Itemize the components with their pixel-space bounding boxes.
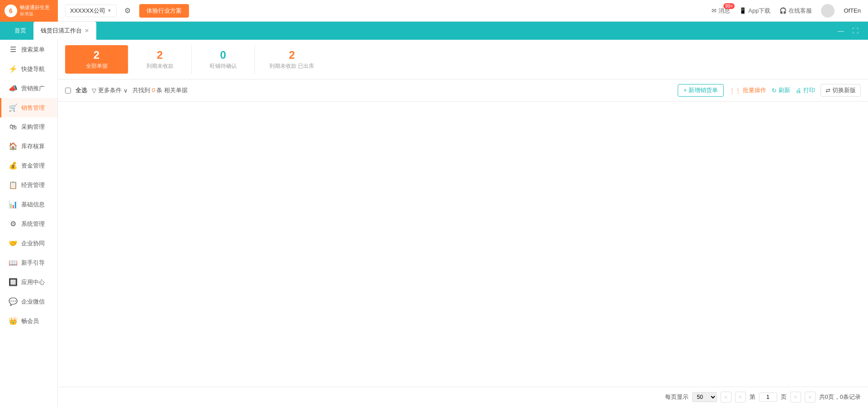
- sidebar-label-sales: 销售管理: [21, 104, 45, 112]
- sidebar-item-finance[interactable]: 💰 资金管理: [0, 156, 57, 175]
- tab-bar: 首页 钱货日清工作台 ✕ — ⛶: [0, 22, 868, 40]
- card-all[interactable]: 2 全部单据: [65, 45, 128, 74]
- avatar[interactable]: [821, 4, 835, 18]
- sidebar-item-enterprise[interactable]: 🤝 企业协同: [0, 234, 57, 253]
- tab-actions: — ⛶: [835, 25, 861, 36]
- page-input[interactable]: [759, 393, 777, 402]
- sidebar-item-purchase[interactable]: 🛍 采购管理: [0, 117, 57, 136]
- company-selector[interactable]: XXXXXX公司 ▼: [65, 5, 117, 17]
- company-name: XXXXXX公司: [70, 7, 105, 15]
- prev-page-button[interactable]: <: [735, 392, 746, 402]
- sidebar-label-guide: 新手引导: [21, 259, 45, 267]
- batch-ops-button[interactable]: ⋮⋮ 批量操作: [729, 86, 766, 94]
- guide-icon: 📖: [9, 258, 18, 267]
- switch-label: 切换新版: [832, 86, 856, 94]
- sidebar-item-wechat[interactable]: 💬 企业微信: [0, 292, 57, 311]
- filter-icon: ▽: [92, 87, 96, 94]
- switch-version-button[interactable]: ⇄ 切换新版: [821, 84, 861, 97]
- refresh-button[interactable]: ↻ 刷新: [772, 86, 790, 94]
- per-page-select[interactable]: 50 100 200: [692, 392, 717, 402]
- messages-item[interactable]: ✉ 消息 99+: [712, 7, 730, 15]
- sales-icon: 🛒: [9, 103, 18, 112]
- card-shipped-label: 到期未收款 已出库: [269, 62, 314, 70]
- company-dropdown-icon: ▼: [107, 8, 112, 13]
- system-icon: ⚙: [9, 220, 18, 228]
- sidebar-item-member[interactable]: 👑 畅会员: [0, 311, 57, 331]
- sidebar-item-basic-info[interactable]: 📊 基础信息: [0, 195, 57, 214]
- sidebar-label-system: 系统管理: [21, 220, 45, 228]
- sidebar-label-purchase: 采购管理: [21, 123, 45, 131]
- sidebar-item-app-center[interactable]: 🔲 应用中心: [0, 272, 57, 292]
- summary-cards: 2 全部单据 2 到期未收款 0 旺铺待确认 2 到期未收款 已出库: [58, 40, 868, 80]
- sidebar-label-search: 搜索菜单: [21, 46, 45, 54]
- header-right: ✉ 消息 99+ 📱 App下载 🎧 在线客服 OfTEn: [712, 4, 861, 18]
- print-button[interactable]: 🖨 打印: [796, 86, 815, 94]
- table-area: [58, 102, 868, 387]
- batch-icon: ⋮⋮: [729, 87, 741, 94]
- message-icon: ✉: [712, 7, 717, 14]
- page-suffix-label: 页: [781, 393, 787, 401]
- search-menu-icon: ☰: [9, 45, 18, 54]
- last-page-button[interactable]: »: [805, 392, 816, 402]
- found-text: 共找到 0 条 相关单据: [132, 86, 188, 94]
- main-layout: ☰ 搜索菜单 ⚡ 快捷导航 📣 营销推广 🛒 销售管理 🛍 采购管理 🏠 库存核…: [0, 40, 868, 407]
- app-download-label: App下载: [748, 7, 770, 15]
- print-label: 打印: [803, 86, 815, 94]
- next-page-button[interactable]: >: [790, 392, 801, 402]
- found-count: 0: [152, 87, 155, 94]
- tab-home[interactable]: 首页: [7, 22, 33, 40]
- page-prefix-label: 第: [750, 393, 755, 401]
- per-page-label: 每页显示: [665, 393, 689, 401]
- inventory-icon: 🏠: [9, 142, 18, 150]
- sidebar-item-operation[interactable]: 📋 经营管理: [0, 175, 57, 195]
- card-overdue[interactable]: 2 到期未收款: [128, 45, 192, 74]
- online-service-item[interactable]: 🎧 在线客服: [779, 7, 812, 15]
- tab-close-icon[interactable]: ✕: [85, 28, 89, 34]
- content-area: 2 全部单据 2 到期未收款 0 旺铺待确认 2 到期未收款 已出库 全选: [58, 40, 868, 407]
- filter-button[interactable]: ▽ 更多条件 ∨: [92, 86, 128, 94]
- service-icon: 🎧: [779, 7, 787, 14]
- tab-minimize-icon[interactable]: —: [835, 25, 846, 36]
- refresh-icon: ↻: [772, 87, 777, 94]
- basic-info-icon: 📊: [9, 200, 18, 209]
- batch-label: 批量操作: [743, 86, 766, 94]
- sidebar-label-inventory: 库存核算: [21, 142, 45, 150]
- sidebar-item-sales[interactable]: 🛒 销售管理: [0, 98, 57, 117]
- tab-home-label: 首页: [14, 27, 26, 35]
- tab-maximize-icon[interactable]: ⛶: [850, 25, 861, 36]
- filter-arrow-icon: ∨: [123, 87, 128, 94]
- tab-workbench[interactable]: 钱货日清工作台 ✕: [33, 22, 96, 40]
- card-overdue-number: 2: [157, 49, 163, 61]
- app-download-item[interactable]: 📱 App下载: [739, 7, 770, 15]
- quick-nav-icon: ⚡: [9, 65, 18, 73]
- app-icon: 📱: [739, 7, 746, 14]
- sidebar-label-basic-info: 基础信息: [21, 201, 45, 209]
- user-name: OfTEn: [844, 7, 861, 14]
- member-icon: 👑: [9, 317, 18, 325]
- card-wangpu-number: 0: [220, 49, 226, 61]
- trial-button[interactable]: 体验行业方案: [139, 4, 189, 18]
- filter-label: 更多条件: [98, 86, 122, 94]
- first-page-button[interactable]: «: [721, 392, 731, 402]
- toolbar: 全选 ▽ 更多条件 ∨ 共找到 0 条 相关单据 + 新增销货单 ⋮⋮ 批量操作: [58, 80, 868, 102]
- refresh-label: 刷新: [778, 86, 790, 94]
- switch-icon: ⇄: [826, 87, 830, 94]
- sidebar-label-quick-nav: 快捷导航: [21, 65, 45, 73]
- add-sales-button[interactable]: + 新增销货单: [678, 84, 724, 97]
- marketing-icon: 📣: [9, 84, 18, 93]
- sidebar-item-quick-nav[interactable]: ⚡ 快捷导航: [0, 59, 57, 79]
- sidebar-item-system[interactable]: ⚙ 系统管理: [0, 214, 57, 234]
- sidebar-item-inventory[interactable]: 🏠 库存核算: [0, 136, 57, 156]
- sidebar-label-marketing: 营销推广: [21, 84, 45, 93]
- sidebar-label-app-center: 应用中心: [21, 278, 45, 286]
- settings-icon[interactable]: ⚙: [120, 4, 135, 18]
- card-shipped[interactable]: 2 到期未收款 已出库: [255, 45, 329, 74]
- sidebar-item-guide[interactable]: 📖 新手引导: [0, 253, 57, 272]
- sidebar-item-search[interactable]: ☰ 搜索菜单: [0, 40, 57, 59]
- found-unit: 条: [156, 87, 162, 94]
- card-wangpu[interactable]: 0 旺铺待确认: [192, 45, 255, 74]
- select-all-checkbox[interactable]: [65, 88, 71, 94]
- sidebar-item-marketing[interactable]: 📣 营销推广: [0, 79, 57, 98]
- card-shipped-number: 2: [289, 49, 295, 61]
- sidebar-label-member: 畅会员: [21, 317, 39, 325]
